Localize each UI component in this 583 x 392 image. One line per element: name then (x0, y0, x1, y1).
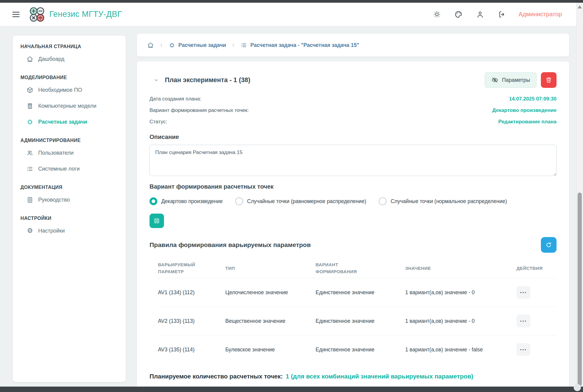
sidebar-item-system-logs[interactable]: Системные логи (20, 161, 118, 177)
vertical-scrollbar[interactable] (576, 3, 583, 387)
sidebar-section-administration: АДМИНИСТРИРОВАНИЕ (20, 138, 118, 143)
floppy-save-icon (153, 218, 160, 224)
radio-random-uniform[interactable]: Случайные точки (равномерное распределен… (235, 197, 366, 205)
main-content: Расчетные задачи Расчетная задача - "Рас… (137, 34, 569, 390)
row-actions-button[interactable]: ··· (517, 286, 530, 299)
sidebar-section-modeling: МОДЕЛИРОВАНИЕ (20, 75, 118, 80)
window-top-edge (0, 0, 583, 3)
planned-points-value: 1 (для всех комбинаций значений варьируе… (286, 373, 473, 380)
table-row: AV1 (134) (112) Целочисленное значение Е… (158, 278, 557, 307)
cell-parameter: AV1 (134) (112) (158, 289, 225, 296)
menu-button[interactable] (10, 9, 22, 20)
rules-heading: Правила формирования варьируемых парамет… (150, 241, 311, 248)
chevron-right-icon (159, 43, 164, 48)
sidebar-item-computer-models[interactable]: Компьютерные модели (20, 98, 118, 114)
scrollbar-thumb[interactable] (578, 193, 582, 386)
parameters-button[interactable]: Параметры (485, 72, 537, 88)
planned-points-label: Планируемое количество расчетных точек: (150, 373, 283, 380)
breadcrumb-home-link[interactable] (147, 42, 154, 49)
refresh-icon (545, 241, 552, 248)
info-label: Дата создания плана: (150, 96, 201, 102)
info-row-created: Дата создания плана: 14.07.2025 07:09:30 (150, 93, 557, 105)
breadcrumb: Расчетные задачи Расчетная задача - "Рас… (137, 34, 569, 57)
cell-variant: Единственное значение (316, 289, 405, 296)
app-header: Генезис МГТУ-ДВГ (0, 3, 583, 26)
info-value: 14.07.2025 07:09:30 (509, 96, 557, 102)
radio-random-normal[interactable]: Случайные точки (нормальное распределени… (379, 197, 507, 205)
chip-icon (169, 42, 175, 48)
cell-type: Булевское значение (225, 347, 316, 353)
description-textarea[interactable]: План сценария Расчетная задача 15 (150, 145, 557, 176)
info-row-status: Статус: Редактирование плана (150, 116, 557, 128)
info-label: Статус: (150, 119, 167, 125)
radio-label: Случайные точки (нормальное распределени… (390, 198, 507, 205)
ellipsis-icon: ··· (520, 346, 527, 353)
cube-icon (26, 87, 33, 94)
sun-icon (433, 10, 441, 18)
info-value: Редактирование плана (498, 119, 557, 125)
column-header: ДЕЙСТВИЯ (517, 266, 557, 271)
sidebar-item-dashboard[interactable]: Дашбоард (20, 51, 118, 67)
radio-label: Декартово произведение (161, 198, 223, 205)
chevron-down-icon (154, 78, 159, 83)
scroll-up-arrow-icon[interactable] (578, 5, 582, 8)
account-button[interactable] (475, 10, 485, 19)
trash-icon (545, 76, 552, 84)
sidebar-item-users[interactable]: Пользователи (20, 145, 118, 161)
sidebar-item-settings[interactable]: ⚙ Настройки (20, 223, 118, 239)
row-actions-button[interactable]: ··· (517, 315, 530, 327)
breadcrumb-current-task[interactable]: Расчетная задача - "Расчетная задача 15" (241, 42, 359, 48)
ellipsis-icon: ··· (520, 318, 527, 325)
radio-selected-icon (150, 197, 157, 205)
appearance-button[interactable] (454, 10, 463, 19)
plan-header-actions: Параметры (485, 72, 557, 88)
row-actions-button[interactable]: ··· (517, 343, 530, 356)
hamburger-icon (11, 10, 20, 19)
cell-parameter: AV2 (133) (113) (158, 318, 225, 324)
sidebar-item-label: Настройки (38, 228, 65, 234)
theme-toggle-button[interactable] (432, 10, 442, 19)
delete-plan-button[interactable] (541, 72, 557, 88)
sidebar: НАЧАЛЬНАЯ СТРАНИЦА Дашбоард МОДЕЛИРОВАНИ… (13, 35, 126, 382)
person-icon (476, 10, 484, 19)
collapse-plan-button[interactable] (153, 77, 159, 83)
sidebar-section-home: НАЧАЛЬНАЯ СТРАНИЦА (20, 44, 118, 49)
home-icon (26, 56, 33, 63)
cell-value: 1 вариант(а,ов) значение - false (405, 347, 517, 353)
radio-unselected-icon (235, 197, 243, 205)
cell-parameter: AV3 (135) (114) (158, 347, 225, 353)
palette-icon (454, 10, 463, 19)
scroll-corner-button[interactable] (574, 384, 581, 391)
sidebar-item-manual[interactable]: Руководство (20, 192, 118, 208)
app-title: Генезис МГТУ-ДВГ (49, 10, 122, 19)
list-icon (26, 165, 33, 172)
header-actions: Администратор (432, 10, 562, 19)
breadcrumb-calc-tasks-link[interactable]: Расчетные задачи (169, 42, 226, 48)
info-value: Декартово произведение (492, 107, 557, 113)
logout-icon (498, 10, 506, 19)
column-header: ВАРИАНТ ФОРМИРОВАНИЯ (316, 261, 365, 275)
sidebar-section-settings: НАСТРОЙКИ (20, 216, 118, 221)
window-bottom-edge (0, 387, 583, 392)
sidebar-item-label: Дашбоард (38, 56, 64, 62)
current-user-label[interactable]: Администратор (519, 11, 562, 18)
app-logo-icon (29, 6, 45, 23)
radio-label: Случайные точки (равномерное распределен… (247, 198, 366, 205)
home-icon (147, 42, 154, 49)
column-header: ВАРЬИРУЕМЫЙ ПАРАМЕТР (158, 261, 208, 275)
plan-card-header: План эксперимента - 1 (38) Параметры (150, 72, 557, 88)
variant-heading: Вариант формирования расчетных точек (150, 183, 557, 190)
rules-header-row: Правила формирования варьируемых парамет… (150, 237, 557, 253)
logout-button[interactable] (497, 10, 507, 19)
save-button[interactable] (150, 214, 164, 228)
document-icon (26, 196, 33, 203)
sidebar-item-calc-tasks[interactable]: Расчетные задачи (20, 114, 118, 130)
sidebar-section-documentation: ДОКУМЕНТАЦИЯ (20, 185, 118, 190)
chevron-right-icon (231, 43, 236, 48)
radio-cartesian-product[interactable]: Декартово произведение (150, 197, 223, 205)
info-label: Вариант формирования расчетных точек: (150, 107, 249, 113)
sidebar-item-required-software[interactable]: Необходимое ПО (20, 82, 118, 98)
refresh-rules-button[interactable] (541, 237, 557, 253)
info-row-variant: Вариант формирования расчетных точек: Де… (150, 105, 557, 116)
parameters-button-label: Параметры (502, 77, 530, 83)
